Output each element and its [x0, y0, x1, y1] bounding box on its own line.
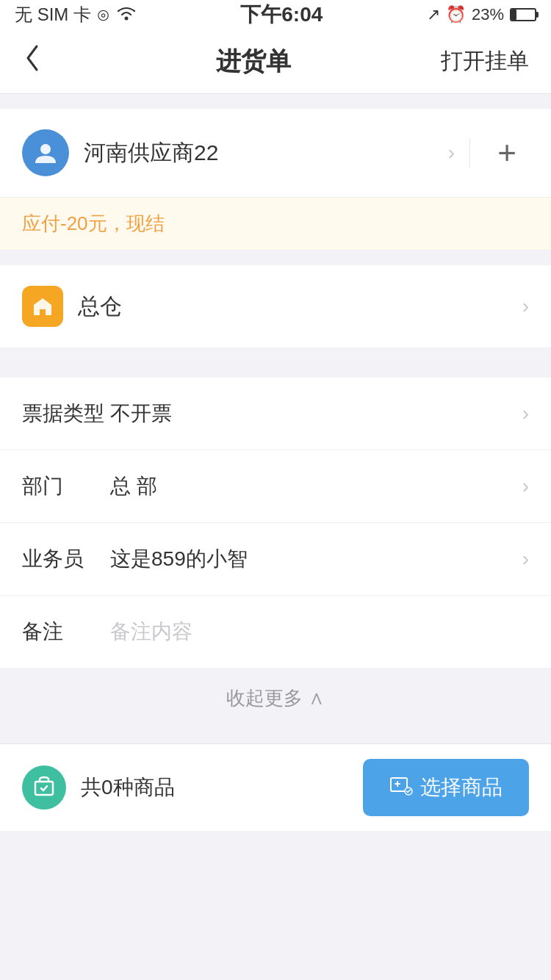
warehouse-name: 总仓	[78, 292, 522, 322]
back-button[interactable]	[22, 42, 66, 81]
warehouse-icon	[22, 286, 63, 327]
salesman-value: 这是859的小智	[110, 545, 522, 573]
section-gap-1	[0, 94, 551, 109]
ticket-type-row[interactable]: 票据类型 不开票 ›	[0, 378, 551, 450]
svg-point-0	[124, 17, 128, 21]
status-bar: 无 SIM 卡 ⊙ 下午6:04 ↗ ⏰ 23%	[0, 0, 551, 29]
form-section: 票据类型 不开票 › 部门 总 部 › 业务员 这是859的小智 › 备注 备注…	[0, 378, 551, 668]
supplier-section: 河南供应商22 › + 应付-20元，现结	[0, 109, 551, 251]
ticket-type-value: 不开票	[110, 400, 522, 428]
divider	[469, 138, 470, 167]
bottom-area	[0, 831, 551, 980]
section-gap-4	[0, 729, 551, 743]
dept-chevron-icon: ›	[522, 475, 529, 498]
section-gap-2	[0, 251, 551, 265]
remark-input[interactable]: 备注内容	[110, 618, 529, 646]
supplier-row[interactable]: 河南供应商22 › +	[0, 109, 551, 198]
dept-row[interactable]: 部门 总 部 ›	[0, 450, 551, 523]
add-supplier-button[interactable]: +	[485, 134, 529, 171]
nav-bar: 进货单 打开挂单	[0, 29, 551, 94]
select-product-label: 选择商品	[420, 774, 503, 801]
product-icon	[22, 765, 66, 810]
section-gap-3	[0, 348, 551, 363]
wifi-icon	[116, 4, 137, 25]
supplier-avatar	[22, 129, 69, 176]
location-icon: ↗	[427, 5, 440, 24]
select-product-button[interactable]: 选择商品	[363, 759, 529, 816]
remark-label: 备注	[22, 618, 110, 646]
ticket-type-label: 票据类型	[22, 400, 110, 428]
footer-bar: 共0种商品 选择商品	[0, 743, 551, 831]
status-right: ↗ ⏰ 23%	[427, 5, 536, 24]
warehouse-section: 总仓 ›	[0, 265, 551, 348]
remark-row[interactable]: 备注 备注内容	[0, 596, 551, 668]
supplier-name: 河南供应商22	[84, 138, 448, 168]
supplier-notice: 应付-20元，现结	[0, 198, 551, 251]
status-left: 无 SIM 卡 ⊙	[15, 3, 137, 26]
salesman-row[interactable]: 业务员 这是859的小智 ›	[0, 523, 551, 596]
svg-point-1	[40, 144, 51, 154]
status-time: 下午6:04	[240, 1, 323, 29]
battery-percent: 23%	[472, 5, 504, 24]
select-product-icon	[389, 775, 413, 801]
warehouse-chevron-icon: ›	[522, 295, 529, 318]
page-title: 进货单	[216, 45, 291, 79]
open-pending-button[interactable]: 打开挂单	[441, 46, 529, 76]
battery-icon	[510, 8, 536, 21]
alarm-icon: ⏰	[446, 5, 466, 24]
warehouse-row[interactable]: 总仓 ›	[0, 265, 551, 348]
dept-value: 总 部	[110, 472, 522, 500]
collapse-bar[interactable]: 收起更多 ∧	[0, 668, 551, 729]
salesman-chevron-icon: ›	[522, 547, 529, 571]
sim-label: 无 SIM 卡 ⊙	[15, 3, 110, 26]
product-count: 共0种商品	[81, 774, 363, 801]
supplier-chevron-icon: ›	[448, 141, 455, 165]
salesman-label: 业务员	[22, 545, 110, 573]
dept-label: 部门	[22, 472, 110, 500]
svg-rect-2	[40, 309, 46, 315]
ticket-type-chevron-icon: ›	[522, 402, 529, 425]
